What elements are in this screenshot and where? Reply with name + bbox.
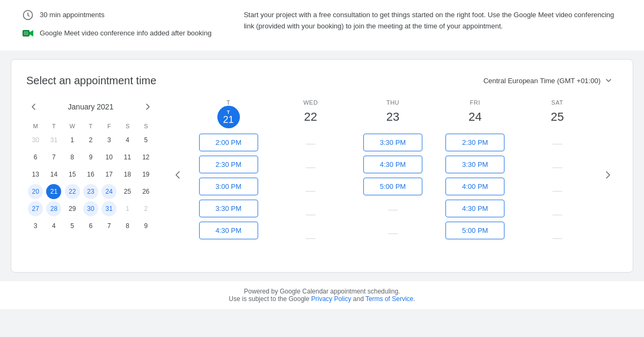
calendar-day[interactable]: 4	[46, 218, 61, 233]
calendar-cell: 19	[137, 166, 155, 183]
calendar-day[interactable]: 29	[65, 201, 80, 216]
calendar-day[interactable]: 20	[28, 184, 43, 199]
calendar-cell: 30	[82, 200, 100, 217]
calendar-grid: MTWTFSS 30311234567891011121314151617181…	[26, 121, 155, 235]
calendar-day[interactable]: 26	[138, 184, 153, 199]
time-slot-empty: —	[281, 181, 340, 200]
calendar-day[interactable]: 8	[120, 218, 135, 233]
calendar-day[interactable]: 24	[101, 184, 116, 199]
calendar-day[interactable]: 10	[101, 150, 116, 165]
calendar-day[interactable]: 17	[101, 167, 116, 182]
calendar-cell: 7	[100, 217, 118, 235]
days-row: TT212:00 PM2:30 PM3:00 PM3:30 PM4:30 PMW…	[187, 99, 598, 251]
calendar-day[interactable]: 11	[120, 150, 135, 165]
calendar-day[interactable]: 19	[138, 167, 153, 182]
calendar-cell: 27	[26, 200, 45, 217]
time-slot-button[interactable]: 3:00 PM	[199, 178, 258, 195]
calendar-day[interactable]: 16	[83, 167, 98, 182]
appointment-card: Select an appointment time Central Europ…	[11, 59, 633, 273]
schedule-header: TT212:00 PM2:30 PM3:00 PM3:30 PM4:30 PMW…	[168, 99, 618, 251]
time-slot-button[interactable]: 2:00 PM	[199, 134, 258, 151]
privacy-policy-link[interactable]: Privacy Policy	[311, 295, 352, 303]
day-header: TT21	[217, 99, 240, 128]
time-slot-button[interactable]: 3:30 PM	[363, 134, 422, 151]
calendar-day[interactable]: 30	[83, 201, 98, 216]
chevron-right-icon	[143, 102, 152, 112]
calendar-day[interactable]: 18	[120, 167, 135, 182]
next-week-button[interactable]	[598, 165, 618, 185]
top-info-left: 30 min appointments Google Meet video co…	[21, 9, 211, 40]
description-text: Start your project with a free consultat…	[244, 9, 623, 40]
calendar-month-year: January 2021	[68, 102, 114, 111]
calendar-cell: 10	[100, 149, 118, 166]
calendar-day[interactable]: 27	[28, 201, 43, 216]
prev-month-button[interactable]	[26, 99, 41, 114]
calendar-day[interactable]: 5	[65, 218, 80, 233]
calendar-day[interactable]: 13	[28, 167, 43, 182]
time-slot-button[interactable]: 3:30 PM	[199, 200, 258, 217]
time-slot-button[interactable]: 4:30 PM	[363, 156, 422, 173]
time-slot-button[interactable]: 4:30 PM	[445, 200, 504, 217]
calendar-day[interactable]: 3	[101, 133, 116, 148]
day-column: SAT25—————	[516, 99, 598, 251]
svg-marker-2	[30, 30, 33, 36]
time-slot-empty: —	[281, 228, 340, 247]
calendar-day[interactable]: 4	[120, 133, 135, 148]
calendar-day[interactable]: 31	[46, 133, 61, 148]
day-label: WED	[303, 99, 318, 106]
time-slot-empty: —	[528, 228, 587, 247]
time-slot-button[interactable]: 2:30 PM	[199, 156, 258, 173]
calendar-day[interactable]: 1	[65, 133, 80, 148]
top-info-bar: 30 min appointments Google Meet video co…	[0, 0, 644, 50]
day-header: WED22	[299, 99, 322, 128]
calendar-day[interactable]: 2	[83, 133, 98, 148]
footer-powered-by: Powered by Google Calendar appointment s…	[6, 288, 638, 295]
calendar-day[interactable]: 7	[46, 150, 61, 165]
timezone-selector[interactable]: Central European Time (GMT +01:00)	[479, 72, 618, 89]
weekday-header: S	[118, 121, 136, 131]
calendar-day[interactable]: 23	[83, 184, 98, 199]
calendar-day[interactable]: 6	[28, 150, 43, 165]
calendar-day[interactable]: 30	[28, 133, 43, 148]
time-slot-button[interactable]: 4:00 PM	[445, 178, 504, 195]
time-slot-empty: —	[528, 157, 587, 177]
chevron-left-icon	[29, 102, 39, 112]
day-label: SAT	[551, 99, 563, 106]
time-slot-button[interactable]: 5:00 PM	[445, 222, 504, 239]
calendar-day[interactable]: 12	[138, 150, 153, 165]
calendar-cell: 31	[100, 200, 118, 217]
time-slot-button[interactable]: 4:30 PM	[199, 222, 258, 239]
calendar-cell: 22	[63, 183, 82, 200]
time-slot-button[interactable]: 3:30 PM	[445, 156, 504, 173]
calendar-day[interactable]: 28	[46, 201, 61, 216]
time-slot-empty: —	[281, 134, 340, 153]
calendar-day[interactable]: 8	[65, 150, 80, 165]
calendar-day[interactable]: 9	[83, 150, 98, 165]
calendar-cell: 26	[137, 183, 155, 200]
time-slot-button[interactable]: 2:30 PM	[445, 134, 504, 151]
day-header: SAT25	[546, 99, 568, 128]
prev-week-button[interactable]	[168, 165, 187, 185]
terms-of-service-link[interactable]: Terms of Service	[365, 295, 413, 303]
calendar-day[interactable]: 14	[46, 167, 61, 182]
calendar-cell: 3	[26, 217, 45, 235]
content-area: January 2021 MTWTFSS 3031123456789101112…	[26, 99, 618, 259]
calendar-day[interactable]: 21	[46, 184, 61, 199]
calendar-day[interactable]: 2	[138, 201, 153, 216]
svg-rect-3	[24, 31, 28, 35]
calendar-day[interactable]: 22	[65, 184, 80, 199]
calendar-day[interactable]: 3	[28, 218, 43, 233]
calendar-day[interactable]: 31	[101, 201, 116, 216]
calendar-day[interactable]: 1	[120, 201, 135, 216]
calendar-day[interactable]: 5	[138, 133, 153, 148]
calendar-day[interactable]: 25	[120, 184, 135, 199]
calendar-cell: 23	[82, 183, 100, 200]
next-month-button[interactable]	[140, 99, 155, 114]
calendar-cell: 8	[63, 149, 82, 166]
calendar-cell: 2	[82, 131, 100, 149]
calendar-day[interactable]: 15	[65, 167, 80, 182]
calendar-day[interactable]: 6	[83, 218, 98, 233]
time-slot-button[interactable]: 5:00 PM	[363, 178, 422, 195]
calendar-day[interactable]: 9	[138, 218, 153, 233]
calendar-day[interactable]: 7	[101, 218, 116, 233]
